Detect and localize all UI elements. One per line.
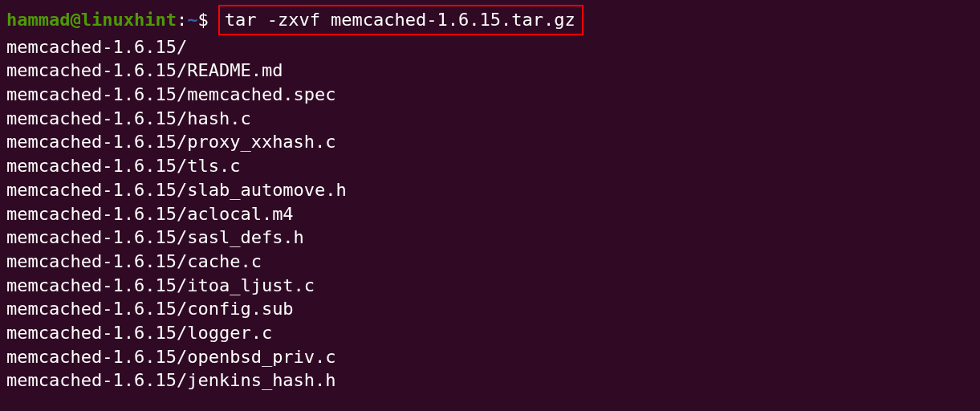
prompt-colon: : — [177, 8, 187, 32]
terminal-prompt-line: hammad@linuxhint:~$ tar -zxvf memcached-… — [6, 5, 974, 35]
prompt-user-host: hammad@linuxhint — [6, 8, 177, 32]
output-line: memcached-1.6.15/cache.c — [6, 250, 974, 274]
output-line: memcached-1.6.15/proxy_xxhash.c — [6, 130, 974, 154]
output-line: memcached-1.6.15/tls.c — [6, 154, 974, 178]
output-line: memcached-1.6.15/aclocal.m4 — [6, 202, 974, 226]
prompt-dollar: $ — [197, 8, 208, 32]
output-line: memcached-1.6.15/sasl_defs.h — [6, 226, 974, 250]
output-line: memcached-1.6.15/README.md — [6, 59, 974, 83]
output-line: memcached-1.6.15/memcached.spec — [6, 83, 974, 107]
output-line: memcached-1.6.15/slab_automove.h — [6, 178, 974, 202]
output-line: memcached-1.6.15/logger.c — [6, 321, 974, 345]
output-line: memcached-1.6.15/config.sub — [6, 297, 974, 321]
output-line: memcached-1.6.15/hash.c — [6, 107, 974, 131]
highlighted-command-box: tar -zxvf memcached-1.6.15.tar.gz — [218, 5, 584, 35]
command-text[interactable]: tar -zxvf memcached-1.6.15.tar.gz — [225, 10, 575, 30]
output-line: memcached-1.6.15/openbsd_priv.c — [6, 345, 974, 369]
output-line: memcached-1.6.15/ — [6, 35, 974, 59]
output-line: memcached-1.6.15/itoa_ljust.c — [6, 274, 974, 298]
output-line: memcached-1.6.15/jenkins_hash.h — [6, 368, 974, 393]
prompt-path: ~ — [187, 8, 197, 32]
